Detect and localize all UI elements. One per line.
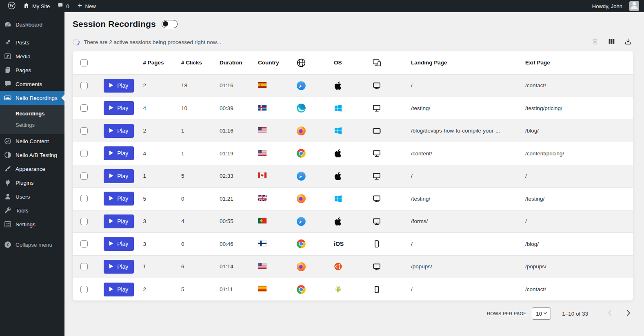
exit-page-cell: /blog/ (520, 233, 633, 256)
submenu-item-settings[interactable]: Settings (0, 119, 64, 130)
exit-page-cell: /testing/ (520, 188, 633, 210)
table-row: Play21801:16//contact/ (73, 74, 633, 97)
columns-button[interactable] (607, 37, 616, 47)
comments-counter[interactable]: 0 (53, 0, 73, 12)
sidebar-item-dashboard[interactable]: Dashboard (0, 18, 64, 31)
landing-page-cell: /forms/ (406, 210, 520, 233)
flag-fi-icon (258, 241, 266, 246)
row-checkbox[interactable] (80, 82, 88, 89)
sidebar-item-plugins[interactable]: Plugins (0, 176, 64, 190)
new-content-button[interactable]: New (73, 0, 100, 12)
row-checkbox[interactable] (80, 150, 88, 157)
sidebar-item-nelio-ab-testing[interactable]: Nelio A/B Testing (0, 148, 64, 162)
main-content: Session Recordings There are 2 active se… (64, 12, 644, 336)
row-checkbox[interactable] (80, 172, 88, 180)
settings-icon (4, 220, 12, 228)
column-header-device (367, 51, 406, 74)
landing-page-cell: / (406, 233, 520, 256)
play-button[interactable]: Play (104, 124, 134, 138)
os-macos-icon (334, 217, 367, 225)
plus-icon (77, 2, 83, 10)
play-button[interactable]: Play (104, 260, 134, 274)
row-checkbox[interactable] (80, 263, 88, 270)
play-button[interactable]: Play (104, 283, 134, 296)
sidebar-item-appearance[interactable]: Appearance (0, 162, 64, 176)
play-button[interactable]: Play (104, 237, 134, 251)
column-header-duration[interactable]: Duration (215, 51, 253, 74)
column-header-pages[interactable]: # Pages (138, 51, 176, 74)
play-button[interactable]: Play (104, 146, 134, 160)
recordings-icon (4, 94, 12, 102)
wordpress-logo-icon[interactable]: W (4, 0, 19, 12)
rows-per-page-select[interactable]: 10 (532, 307, 551, 320)
sidebar: DashboardPostsMediaPagesCommentsNelio Re… (0, 12, 64, 336)
submenu-item-recordings[interactable]: Recordings (0, 108, 64, 119)
users-icon (4, 192, 12, 201)
play-button[interactable]: Play (104, 192, 134, 206)
column-header-exit[interactable]: Exit Page (520, 51, 633, 74)
column-header-clicks[interactable]: # Clicks (176, 51, 215, 74)
exit-page-cell: /blog/ (520, 119, 633, 142)
column-header-landing[interactable]: Landing Page (406, 51, 520, 74)
sidebar-item-nelio-content[interactable]: Nelio Content (0, 134, 64, 148)
browser-chrome-icon (296, 148, 329, 158)
my-site-link[interactable]: My Site (19, 0, 53, 12)
page-title: Session Recordings (73, 19, 156, 29)
os-macos-icon (334, 82, 367, 90)
row-checkbox[interactable] (80, 195, 88, 202)
country-cell (253, 210, 291, 233)
sidebar-item-posts[interactable]: Posts (0, 35, 64, 49)
trash-button[interactable] (590, 37, 600, 48)
row-checkbox[interactable] (80, 218, 88, 225)
os-cell (329, 278, 367, 301)
play-icon (109, 286, 113, 293)
device-cell (367, 142, 406, 165)
pages-cell: 2 (138, 119, 176, 142)
play-button[interactable]: Play (104, 79, 134, 93)
duration-cell: 01:16 (215, 119, 253, 142)
row-checkbox[interactable] (80, 240, 88, 248)
row-checkbox[interactable] (80, 286, 88, 293)
sidebar-item-media[interactable]: Media (0, 49, 64, 63)
device-cell (367, 165, 406, 188)
play-button[interactable]: Play (104, 214, 134, 228)
landing-page-cell: / (406, 165, 520, 188)
row-checkbox[interactable] (80, 127, 88, 135)
sidebar-item-comments[interactable]: Comments (0, 77, 64, 91)
clicks-cell: 1 (176, 142, 215, 165)
device-desktop-icon (372, 217, 406, 226)
next-page-button[interactable] (624, 308, 633, 319)
recordings-table-card: # Pages# ClicksDurationCountryOSLanding … (73, 51, 633, 301)
device-desktop-icon (372, 172, 406, 181)
howdy-account-link[interactable]: Howdy, John (588, 0, 626, 12)
select-all-checkbox[interactable] (80, 59, 88, 66)
collapse-menu-button[interactable]: Collapse menu (0, 238, 64, 252)
play-icon (109, 195, 113, 202)
device-cell (367, 255, 406, 278)
play-button[interactable]: Play (104, 101, 134, 115)
sidebar-item-tools[interactable]: Tools (0, 203, 64, 217)
sidebar-item-label: Nelio Recordings (16, 95, 58, 101)
duration-cell: 01:21 (215, 188, 253, 210)
download-button[interactable] (623, 37, 633, 48)
sidebar-item-nelio-recordings[interactable]: Nelio Recordings (0, 91, 64, 105)
sidebar-item-users[interactable]: Users (0, 190, 64, 203)
pages-cell: 4 (138, 97, 176, 120)
play-button[interactable]: Play (104, 169, 134, 183)
row-checkbox[interactable] (80, 104, 88, 112)
pagination-bar: ROWS PER PAGE: 10 1–10 of 33 (73, 307, 633, 320)
sidebar-item-settings[interactable]: Settings (0, 217, 64, 231)
table-row: Play3000:46iOS//blog/ (73, 233, 633, 256)
admin-bar: W My Site 0 New Howdy, John (0, 0, 644, 12)
table-row: Play5001:21/testing//testing/ (73, 188, 633, 210)
recordings-toggle[interactable] (162, 20, 178, 28)
previous-page-button[interactable] (605, 308, 615, 319)
sidebar-item-pages[interactable]: Pages (0, 63, 64, 77)
country-cell (253, 188, 291, 210)
country-cell (253, 233, 291, 256)
column-header-country[interactable]: Country (253, 51, 291, 74)
column-header-os[interactable]: OS (329, 51, 367, 74)
clicks-cell: 5 (176, 278, 215, 301)
avatar[interactable] (629, 1, 639, 11)
pages-cell: 5 (138, 188, 176, 210)
